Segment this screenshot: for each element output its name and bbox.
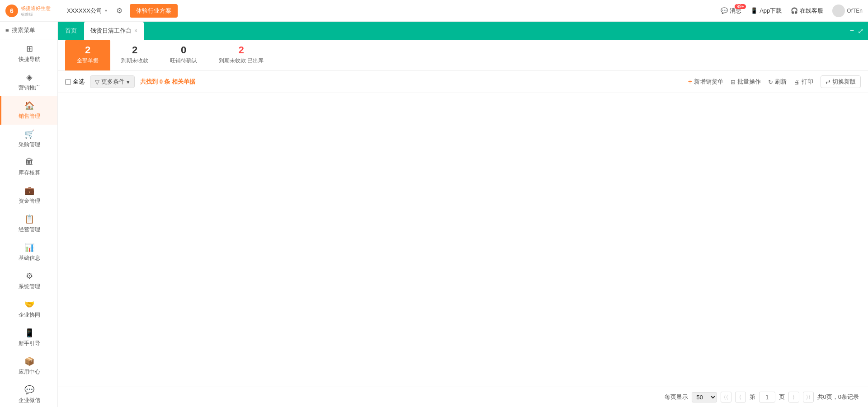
sidebar-item-label: 应用中心	[19, 368, 40, 376]
content-area: 2 全部单据 2 到期未收款 0 旺铺待确认 2 到期未收款 已出库	[58, 40, 868, 407]
batch-operation-button[interactable]: ⊞ 批量操作	[731, 78, 761, 86]
app-download-icon: 📱	[750, 7, 758, 14]
sidebar-item-finance[interactable]: 💼 资金管理	[0, 181, 57, 210]
stat-number-shipped: 2	[239, 44, 244, 56]
sidebar-item-basic-info[interactable]: 📊 基础信息	[0, 238, 57, 267]
app-download-label: App下载	[760, 7, 782, 15]
stat-label-shipped: 到期未收款 已出库	[219, 57, 264, 65]
stat-number-all: 2	[85, 44, 90, 56]
switch-version-button[interactable]: ⇄ 切换新版	[821, 75, 861, 88]
online-service-button[interactable]: 🎧 在线客服	[791, 7, 823, 15]
switch-icon: ⇄	[826, 79, 830, 85]
sidebar-item-label: 基础信息	[19, 254, 40, 262]
sales-icon: 🏠	[24, 101, 34, 111]
per-page-select[interactable]: 50 100 200	[692, 392, 717, 402]
app-title: 畅捷通好生意	[21, 5, 51, 11]
stats-tabs: 2 全部单据 2 到期未收款 0 旺铺待确认 2 到期未收款 已出库	[58, 40, 868, 71]
stat-tab-all[interactable]: 2 全部单据	[65, 40, 110, 70]
wechat-icon: 💬	[24, 385, 34, 395]
print-button[interactable]: 🖨 打印	[794, 78, 813, 86]
sidebar-search[interactable]: ≡ 搜索菜单	[0, 22, 57, 39]
finance-icon: 💼	[24, 186, 34, 196]
sidebar-item-sales[interactable]: 🏠 销售管理	[0, 96, 57, 125]
purchase-icon: 🛒	[24, 129, 34, 139]
tab-close-button[interactable]: ×	[134, 28, 137, 34]
new-sales-order-button[interactable]: + 新增销货单	[688, 78, 723, 86]
select-all-checkbox[interactable]: 全选	[65, 78, 85, 86]
guide-icon: 📱	[24, 328, 34, 338]
found-count-number: 0	[160, 78, 163, 85]
sidebar-item-quick-nav[interactable]: ⊞ 快捷导航	[0, 39, 57, 68]
toolbar: 全选 ▽ 更多条件 ▾ 共找到 0 条 相关单据 + 新增销货单	[58, 71, 868, 93]
stat-tab-shipped[interactable]: 2 到期未收款 已出库	[208, 40, 274, 70]
quick-nav-icon: ⊞	[26, 44, 33, 54]
app-title-area: 畅捷通好生意 标准版	[21, 4, 51, 18]
company-selector[interactable]: XXXXXX公司 ▾	[63, 5, 111, 17]
filter-button[interactable]: ▽ 更多条件 ▾	[90, 75, 135, 88]
sidebar-item-system[interactable]: ⚙ 系统管理	[0, 267, 57, 295]
empty-state	[58, 93, 868, 387]
operations-icon: 📋	[24, 214, 34, 224]
basic-info-icon: 📊	[24, 243, 34, 253]
filter-label: 更多条件	[101, 78, 125, 86]
sidebar-item-label: 系统管理	[19, 283, 40, 290]
sidebar-item-label: 营销推广	[19, 84, 40, 92]
new-sales-order-label: 新增销货单	[694, 78, 723, 86]
maximize-button[interactable]: ⤢	[858, 27, 863, 35]
tab-home[interactable]: 首页	[58, 22, 84, 40]
app-download-button[interactable]: 📱 App下载	[750, 7, 782, 15]
plus-icon: +	[688, 78, 692, 86]
tab-bar: 首页 钱货日清工作台 × − ⤢	[58, 22, 868, 40]
sidebar-item-purchase[interactable]: 🛒 采购管理	[0, 125, 57, 153]
logo-area: 6 畅捷通好生意 标准版	[5, 4, 63, 18]
tab-active[interactable]: 钱货日清工作台 ×	[84, 22, 144, 40]
top-header: 6 畅捷通好生意 标准版 XXXXXX公司 ▾ ⚙ 体验行业方案 💬 消息 99…	[0, 0, 868, 22]
table-area	[58, 93, 868, 387]
avatar-name: OfTEn	[847, 8, 863, 14]
page-number-input[interactable]	[759, 392, 775, 402]
stat-label-pending: 旺铺待确认	[170, 57, 197, 65]
marketing-icon: ◈	[26, 72, 33, 82]
search-icon: ≡	[5, 27, 9, 34]
sidebar-item-corp-coop[interactable]: 🤝 企业协同	[0, 295, 57, 323]
messages-button[interactable]: 💬 消息 99+	[721, 7, 741, 15]
main-content: 首页 钱货日清工作台 × − ⤢ 2 全部单据 2 到期未收款	[58, 22, 868, 407]
app-subtitle: 标准版	[21, 12, 51, 18]
sidebar-item-label: 销售管理	[19, 112, 40, 120]
trial-button[interactable]: 体验行业方案	[130, 4, 178, 18]
active-tab-label: 钱货日清工作台	[90, 27, 132, 35]
sidebar-item-label: 新手引导	[19, 340, 40, 347]
select-all-input[interactable]	[65, 79, 71, 85]
sidebar-item-label: 资金管理	[19, 197, 40, 205]
avatar-image	[832, 5, 845, 17]
user-avatar[interactable]: OfTEn	[832, 5, 863, 17]
stat-tab-overdue[interactable]: 2 到期未收款	[110, 40, 159, 70]
refresh-button[interactable]: ↻ 刷新	[768, 78, 787, 86]
sidebar-item-label: 采购管理	[19, 141, 40, 149]
tab-right-actions: − ⤢	[850, 27, 868, 35]
last-page-button[interactable]: ⟩⟩	[803, 392, 814, 402]
filter-icon: ▽	[95, 79, 99, 85]
sidebar-item-app-center[interactable]: 📦 应用中心	[0, 352, 57, 380]
batch-label: 批量操作	[737, 78, 761, 86]
switch-label: 切换新版	[832, 78, 856, 86]
print-icon: 🖨	[794, 79, 800, 85]
prev-page-button[interactable]: ⟨	[735, 392, 746, 402]
stat-tab-pending[interactable]: 0 旺铺待确认	[159, 40, 208, 70]
app-logo-icon: 6	[5, 5, 18, 17]
sidebar-item-label: 经营管理	[19, 226, 40, 234]
sidebar-item-inventory[interactable]: 🏛 库存核算	[0, 153, 57, 181]
next-page-button[interactable]: ⟩	[788, 392, 799, 402]
sidebar-item-operations[interactable]: 📋 经营管理	[0, 210, 57, 238]
sidebar-item-marketing[interactable]: ◈ 营销推广	[0, 68, 57, 96]
minimize-button[interactable]: −	[850, 27, 854, 35]
sidebar-item-guide[interactable]: 📱 新手引导	[0, 323, 57, 352]
sidebar-item-wechat[interactable]: 💬 企业微信	[0, 380, 57, 407]
total-records: 共0页，0条记录	[817, 393, 859, 401]
page-label: 第	[750, 393, 755, 401]
page-suffix: 页	[779, 393, 785, 401]
settings-button[interactable]: ⚙	[113, 4, 126, 18]
sidebar: ≡ 搜索菜单 ⊞ 快捷导航 ◈ 营销推广 🏠 销售管理 🛒 采购管理 🏛 库存核…	[0, 22, 58, 407]
stat-label-overdue: 到期未收款	[121, 57, 148, 65]
first-page-button[interactable]: ⟨⟨	[721, 392, 731, 402]
